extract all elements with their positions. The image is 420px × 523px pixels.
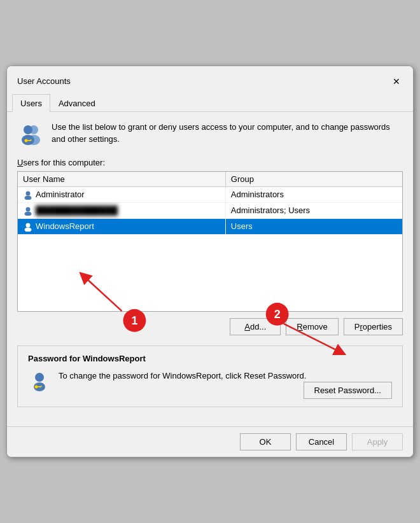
user-mini-icon: [23, 206, 33, 216]
remove-button[interactable]: Remove: [286, 318, 338, 335]
svg-point-8: [26, 191, 31, 195]
col-header-username: User Name: [18, 172, 225, 187]
svg-rect-6: [31, 139, 32, 141]
svg-point-12: [26, 223, 31, 227]
window-title: User Accounts: [17, 76, 71, 86]
password-section-title: Password for WindowsReport: [28, 354, 392, 363]
close-button[interactable]: ✕: [388, 73, 405, 90]
users-icon: [17, 121, 44, 148]
info-text: Use the list below to grant or deny user…: [52, 121, 403, 146]
col-header-group: Group: [225, 172, 402, 187]
svg-point-11: [25, 211, 32, 216]
password-inner: To change the password for WindowsReport…: [28, 370, 392, 400]
user-accounts-window: User Accounts ✕ Users Advanced: [6, 66, 414, 458]
group-cell: Administrators: [225, 186, 402, 202]
redacted-username: ██████████████: [36, 206, 118, 215]
password-text: To change the password for WindowsReport…: [59, 370, 392, 382]
svg-rect-25: [39, 386, 41, 387]
title-bar: User Accounts ✕: [7, 66, 413, 94]
svg-point-22: [35, 385, 38, 388]
tab-advanced[interactable]: Advanced: [50, 94, 104, 112]
svg-point-4: [25, 139, 28, 142]
reset-btn-row: Reset Password...: [59, 382, 392, 399]
info-box: Use the list below to grant or deny user…: [17, 121, 403, 148]
username-cell: ██████████████: [18, 202, 225, 218]
cancel-button[interactable]: Cancel: [296, 433, 347, 450]
table-row[interactable]: Administrator Administrators: [18, 186, 402, 202]
table-row[interactable]: ██████████████ Administrators; Users: [18, 202, 402, 218]
password-section: Password for WindowsReport To change the…: [17, 345, 403, 408]
users-table-wrapper: User Name Group: [17, 171, 403, 312]
svg-point-2: [24, 125, 32, 134]
reset-password-label: Reset Password...: [314, 386, 382, 395]
table-row-selected[interactable]: WindowsReport Users: [18, 218, 402, 234]
ok-button[interactable]: OK: [240, 433, 291, 450]
ok-label: OK: [260, 437, 272, 447]
cancel-label: Cancel: [309, 437, 334, 447]
group-cell: Users: [225, 218, 402, 234]
reset-password-button[interactable]: Reset Password...: [304, 382, 393, 399]
svg-point-13: [25, 227, 32, 232]
svg-point-9: [25, 195, 32, 200]
users-table: User Name Group: [18, 172, 402, 235]
svg-point-20: [35, 373, 44, 382]
users-section-label: Users for this computer:: [17, 158, 403, 167]
apply-button[interactable]: Apply: [352, 433, 403, 450]
username-cell: Administrator: [18, 186, 225, 202]
user-mini-icon: [23, 190, 33, 200]
group-cell: Administrators; Users: [225, 202, 402, 218]
tab-content: Use the list below to grant or deny user…: [7, 112, 413, 427]
table-empty-space: [18, 235, 402, 311]
svg-rect-7: [29, 140, 31, 141]
username-cell: WindowsReport: [18, 218, 225, 234]
password-icon: [28, 370, 51, 393]
tab-bar: Users Advanced: [7, 94, 413, 112]
svg-rect-24: [41, 386, 42, 387]
users-table-container: User Name Group: [17, 171, 403, 312]
users-button-row: Add... Remove Properties: [17, 318, 403, 335]
user-mini-icon: [23, 221, 33, 232]
tab-users[interactable]: Users: [12, 94, 50, 112]
add-button[interactable]: Add...: [230, 318, 281, 335]
properties-button[interactable]: Properties: [344, 318, 403, 335]
svg-point-10: [26, 207, 31, 211]
bottom-bar: OK Cancel Apply: [7, 426, 413, 457]
apply-label: Apply: [367, 437, 388, 447]
